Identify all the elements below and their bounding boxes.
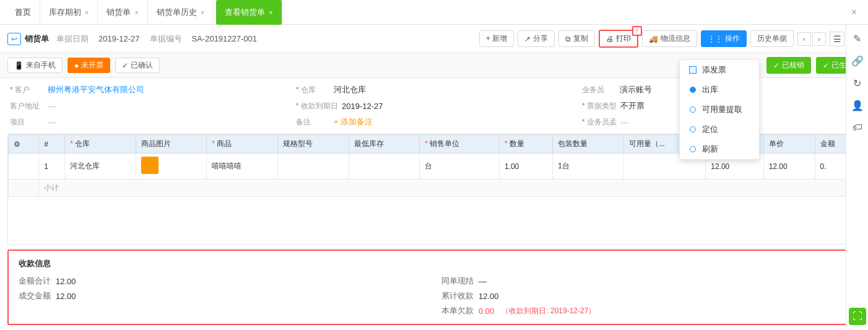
- locate-label: 定位: [702, 124, 718, 135]
- confirm-button[interactable]: ✓ 已确认: [115, 58, 160, 73]
- ops-dropdown: 添发票 出库 可用量提取 定位 刷新: [679, 59, 760, 160]
- number-value: SA-20191227-001: [192, 34, 258, 43]
- next-arrow[interactable]: ›: [812, 32, 826, 46]
- col-price: 单价: [763, 135, 815, 154]
- outbound-item[interactable]: 出库: [680, 80, 759, 100]
- main-toolbar: + 新增 ↗ 分享 ⧉ 复制 🖨 打印 ! 🚚 物流信息: [479, 30, 861, 48]
- prev-arrow[interactable]: ‹: [797, 32, 811, 46]
- customer-value[interactable]: 柳州粤港平安气体有限公司: [48, 84, 144, 95]
- locate-item[interactable]: 定位: [680, 119, 759, 139]
- phone-icon: 📱: [14, 61, 24, 70]
- right-sidebar: ✎ 🔗 ↻ 👤 🏷 ⛶: [846, 25, 868, 330]
- col-product: 商品: [207, 135, 278, 154]
- col-qty: 数量: [499, 135, 552, 154]
- subtotal-label: 小计: [39, 180, 860, 197]
- ops-button[interactable]: ⋮⋮ 操作: [701, 30, 747, 47]
- cumulative-label: 累计收款: [441, 290, 474, 302]
- available-pickup-item[interactable]: 可用量提取: [680, 100, 759, 119]
- row-minstock: [349, 154, 420, 180]
- ops-icon: ⋮⋮: [708, 35, 723, 43]
- deal-value: 12.00: [56, 292, 76, 301]
- staff2-label: 业务员孟: [582, 117, 617, 128]
- share-button[interactable]: ↗ 分享: [518, 30, 555, 47]
- due-date-value: 2019-12-27: [342, 102, 383, 111]
- tab-home[interactable]: 首页: [6, 0, 40, 25]
- check-icon1: ✓: [773, 61, 779, 70]
- project-label: 项目: [10, 117, 44, 128]
- row-qty: 1.00: [499, 154, 552, 180]
- warehouse-value: 河北仓库: [334, 84, 366, 95]
- customer-label: 客户: [10, 85, 44, 95]
- note-label: 备注: [296, 117, 330, 128]
- outbound-label: 出库: [702, 84, 718, 95]
- tab-view-close[interactable]: ×: [269, 9, 272, 16]
- print-button[interactable]: 🖨 打印 !: [599, 30, 638, 48]
- tab-sales-order[interactable]: 销货单 ×: [98, 0, 147, 25]
- list-view-btn[interactable]: ☰: [830, 32, 844, 46]
- available-icon: [688, 105, 697, 114]
- add-note-button[interactable]: + 添加备注: [334, 116, 373, 128]
- rotate-sidebar-icon[interactable]: ↻: [849, 74, 866, 92]
- row-price: 12.00: [763, 154, 815, 180]
- cumulative-row: 累计收款 12.00: [441, 290, 849, 302]
- window-close-button[interactable]: ×: [846, 7, 862, 18]
- row-index: 1: [39, 154, 65, 180]
- refresh-icon: [688, 145, 697, 154]
- tab-history-close[interactable]: ×: [201, 9, 204, 16]
- tab-inventory-label: 库存期初: [49, 7, 81, 18]
- left-summary: 金额合计 12.00 成交金额 12.00: [19, 276, 427, 316]
- tab-bar: 首页 库存期初 × 销货单 × 销货单历史 × 查看销货单 × ×: [0, 0, 868, 25]
- nav-arrows: ‹ ›: [797, 32, 826, 46]
- owed-value: 0.00: [479, 306, 494, 316]
- new-button[interactable]: + 新增: [479, 30, 514, 47]
- refresh-item[interactable]: 刷新: [680, 139, 759, 159]
- owed-row: 本单欠款 0.00 （收款到期日: 2019-12-27）: [441, 305, 849, 316]
- due-date-field: 收款到期日 2019-12-27: [296, 100, 572, 111]
- ticket-label: 票据类型: [582, 101, 617, 111]
- right-summary: 同单现结 — 累计收款 12.00 本单欠款 0.00 （收款到期日: 2019…: [441, 276, 849, 316]
- print-badge: !: [632, 26, 642, 36]
- col-packqty: 包装数量: [553, 135, 624, 154]
- deal-label: 成交金额: [19, 290, 51, 302]
- col-warehouse: 仓库: [65, 135, 136, 154]
- address-value: —: [48, 102, 56, 111]
- col-settings[interactable]: ⚙: [9, 135, 39, 154]
- available-label: 可用量提取: [702, 104, 742, 115]
- summary-title: 收款信息: [19, 258, 849, 269]
- date-label: 单据日期: [56, 33, 89, 45]
- tab-sales-history[interactable]: 销货单历史 ×: [148, 0, 214, 25]
- warehouse-label: 仓库: [296, 85, 330, 95]
- logistics-button[interactable]: 🚚 物流信息: [642, 30, 697, 47]
- tab-sales-close[interactable]: ×: [134, 9, 138, 16]
- row-packqty: 1台: [553, 154, 624, 180]
- tab-inventory-close[interactable]: ×: [85, 9, 89, 16]
- tag-sidebar-icon[interactable]: 🏷: [849, 119, 866, 136]
- date-value: 2019-12-27: [98, 34, 140, 43]
- tab-inventory-open[interactable]: 库存期初 ×: [40, 0, 98, 25]
- ticket-value: 不开票: [620, 100, 644, 111]
- link-sidebar-icon[interactable]: 🔗: [849, 52, 866, 69]
- row-model: [277, 154, 349, 180]
- tab-view-sales[interactable]: 查看销货单 ×: [216, 0, 282, 25]
- not-open-button[interactable]: ● 未开票: [67, 58, 110, 73]
- tab-home-label: 首页: [15, 7, 31, 18]
- address-field: 客户地址 —: [10, 100, 286, 111]
- tab-view-label: 查看销货单: [225, 7, 265, 18]
- expand-sidebar-icon[interactable]: ⛶: [849, 308, 866, 325]
- product-thumbnail: [141, 157, 158, 174]
- add-invoice-item[interactable]: 添发票: [680, 60, 759, 80]
- subtotal-cell: [9, 180, 39, 197]
- edit-sidebar-icon[interactable]: ✎: [849, 30, 866, 47]
- deal-row: 成交金额 12.00: [19, 290, 427, 302]
- add-invoice-icon: [688, 66, 697, 74]
- history-button[interactable]: 历史单据: [750, 30, 794, 47]
- share-icon: ↗: [524, 35, 531, 43]
- number-label: 单据编号: [150, 33, 182, 45]
- same-order-value: —: [479, 277, 487, 286]
- row-settings: [9, 154, 39, 180]
- sold-button[interactable]: ✓ 已核销: [766, 57, 811, 74]
- user-sidebar-icon[interactable]: 👤: [849, 97, 866, 114]
- note-field: 备注 + 添加备注: [296, 116, 572, 128]
- copy-button[interactable]: ⧉ 复制: [558, 30, 595, 47]
- from-phone-button[interactable]: 📱 来自手机: [7, 58, 63, 73]
